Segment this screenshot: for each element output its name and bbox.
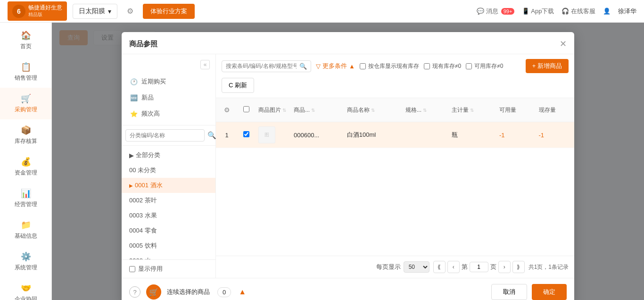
sidebar-item-系统管理[interactable]: ⚙️系统管理 (0, 246, 51, 277)
row-name: 白酒100ml (343, 122, 402, 148)
column-available-label: 可用量 (499, 107, 516, 113)
usable-filter[interactable]: 可用库存≠0 (466, 62, 503, 70)
collapse-footer-icon[interactable]: ▲ (239, 288, 246, 296)
cancel-button[interactable]: 取消 (491, 284, 527, 300)
left-panel: « 🕐 近期购买 🆕 新品 ⭐ (122, 54, 216, 278)
main-content: 查询 设置 刷新 商品参照 ✕ « (52, 23, 644, 300)
category-list: ▶全部分类00 未分类▶0001 酒水0002 茶叶0003 水果0004 零食… (122, 146, 215, 259)
trial-button[interactable]: 体验行业方案 (143, 4, 195, 19)
sidebar-label: 系统管理 (15, 264, 37, 272)
category-item-0002[interactable]: 0002 茶叶 (122, 193, 215, 208)
prev-page-button[interactable]: ‹ (447, 261, 460, 273)
refresh-button[interactable]: C 刷新 (222, 78, 254, 93)
online-service-label: 在线客服 (571, 8, 595, 15)
sidebar-item-基础信息[interactable]: 📁基础信息 (0, 214, 51, 246)
category-all-label: 全部分类 (136, 151, 160, 159)
confirm-button[interactable]: 确定 (532, 284, 567, 300)
select-all-checkbox[interactable] (243, 106, 249, 112)
page-number-input[interactable] (470, 262, 488, 272)
sidebar-label: 销售管理 (15, 74, 37, 82)
row-checkbox-cell[interactable] (238, 122, 255, 148)
new-icon: 🆕 (130, 94, 138, 101)
search-icon[interactable]: 🔍 (299, 63, 307, 70)
sidebar-item-经营管理[interactable]: 📊经营管理 (0, 183, 51, 214)
row-checkbox[interactable] (243, 131, 249, 137)
category-all-header[interactable]: ▶全部分类 (122, 148, 215, 163)
sidebar-item-资金管理[interactable]: 💰资金管理 (0, 151, 51, 183)
column-image[interactable]: 商品图片 ⇅ (258, 106, 286, 114)
help-icon[interactable]: ? (129, 286, 140, 298)
table-settings-icon[interactable]: ⚙ (220, 103, 234, 117)
nav-selector[interactable]: 日太阳膜 ▾ (73, 4, 117, 19)
available-checkbox[interactable] (424, 63, 430, 69)
show-disabled-checkbox[interactable] (129, 266, 135, 272)
sidebar-item-企业协同[interactable]: 🤝企业协同 (0, 277, 51, 300)
topbar-right: 💬 消息 99+ 📱 App下载 🎧 在线客服 👤 徐泽华 (477, 7, 636, 16)
message-icon: 💬 (477, 8, 484, 15)
left-tab-new[interactable]: 🆕 新品 (125, 90, 212, 105)
online-service[interactable]: 🎧 在线客服 (561, 7, 595, 16)
message-area[interactable]: 💬 消息 99+ (477, 7, 514, 16)
layout: 🏠首页📋销售管理🛒采购管理📦库存核算💰资金管理📊经营管理📁基础信息⚙️系统管理🤝… (0, 23, 644, 300)
message-label: 消息 (486, 8, 498, 15)
category-label: 0003 水果 (129, 211, 157, 220)
category-label: 0001 酒水 (135, 181, 163, 190)
footer-actions: 取消 确定 (491, 284, 567, 300)
gear-icon[interactable]: ⚙ (123, 4, 137, 18)
message-badge: 99+ (501, 8, 515, 15)
sidebar-icon: 📋 (21, 62, 31, 72)
headset-icon: 🎧 (561, 8, 569, 15)
app-download[interactable]: 📱 App下载 (522, 7, 554, 16)
first-page-button[interactable]: ⟪ (433, 261, 446, 273)
left-tab-recent[interactable]: 🕐 近期购买 (125, 74, 212, 89)
column-name-label: 商品名称 (347, 106, 370, 114)
available-filter[interactable]: 现有库存≠0 (424, 62, 461, 70)
product-reference-modal: 商品参照 ✕ « 🕐 近期购买 (122, 32, 574, 300)
sidebar-label: 经营管理 (15, 200, 37, 208)
table-row[interactable]: 1 图 000600... 白酒100ml 瓶 -1 -1 (216, 122, 574, 148)
collapse-button[interactable]: « (200, 60, 210, 69)
logo-icon: 6 (12, 5, 25, 18)
warehouse-checkbox[interactable] (360, 63, 366, 69)
sidebar-item-库存核算[interactable]: 📦库存核算 (0, 119, 51, 151)
column-code[interactable]: 商品... ⇅ (294, 106, 339, 114)
category-item-00[interactable]: 00 未分类 (122, 163, 215, 178)
page-unit-label: 页 (490, 263, 496, 271)
sidebar-icon: 🛒 (21, 93, 31, 104)
category-search: 🔍 (122, 125, 215, 146)
next-page-button[interactable]: › (498, 261, 511, 273)
category-search-input[interactable] (125, 129, 205, 142)
filter-button[interactable]: ▽ 更多条件 ▲ (316, 62, 355, 70)
left-tabs: « 🕐 近期购买 🆕 新品 ⭐ (122, 54, 215, 125)
show-disabled-area: 显示停用 (122, 259, 215, 278)
sidebar-item-销售管理[interactable]: 📋销售管理 (0, 56, 51, 88)
row-available: -1 (495, 122, 535, 148)
last-page-button[interactable]: ⟫ (512, 261, 525, 273)
category-item-0001[interactable]: ▶0001 酒水 (122, 178, 215, 193)
warehouse-filter[interactable]: 按仓库显示现有库存 (360, 62, 419, 70)
row-code: 000600... (290, 122, 343, 148)
sidebar-item-采购管理[interactable]: 🛒采购管理 (0, 88, 51, 119)
chevron-down-icon: ▾ (108, 8, 111, 15)
category-item-0003[interactable]: 0003 水果 (122, 208, 215, 223)
product-image: 图 (258, 126, 275, 143)
cart-icon[interactable]: 🛒 (146, 284, 161, 300)
sidebar-item-首页[interactable]: 🏠首页 (0, 25, 51, 56)
column-name[interactable]: 商品名称 ⇅ (347, 106, 398, 114)
left-tab-frequent[interactable]: ⭐ 频次高 (125, 106, 212, 121)
product-search-input[interactable] (226, 63, 297, 69)
column-spec[interactable]: 规格... ⇅ (405, 106, 444, 114)
sidebar-icon: 💰 (21, 157, 31, 167)
add-product-button[interactable]: + 新增商品 (526, 59, 569, 73)
category-search-icon[interactable]: 🔍 (207, 131, 216, 140)
per-page-select[interactable]: 50 10 20 100 (404, 261, 429, 273)
toolbar: 🔍 ▽ 更多条件 ▲ 按仓库显示现有库存 (216, 54, 574, 98)
product-table: ⚙ 商品图片 ⇅ (216, 98, 574, 256)
category-item-0008[interactable]: 0008 水 (122, 253, 215, 259)
usable-checkbox[interactable] (466, 63, 472, 69)
column-unit[interactable]: 主计量 ⇅ (452, 106, 492, 114)
category-item-0004[interactable]: 0004 零食 (122, 223, 215, 238)
category-item-0005[interactable]: 0005 饮料 (122, 238, 215, 253)
close-icon[interactable]: ✕ (560, 39, 567, 49)
sidebar-icon: 📊 (21, 188, 31, 199)
